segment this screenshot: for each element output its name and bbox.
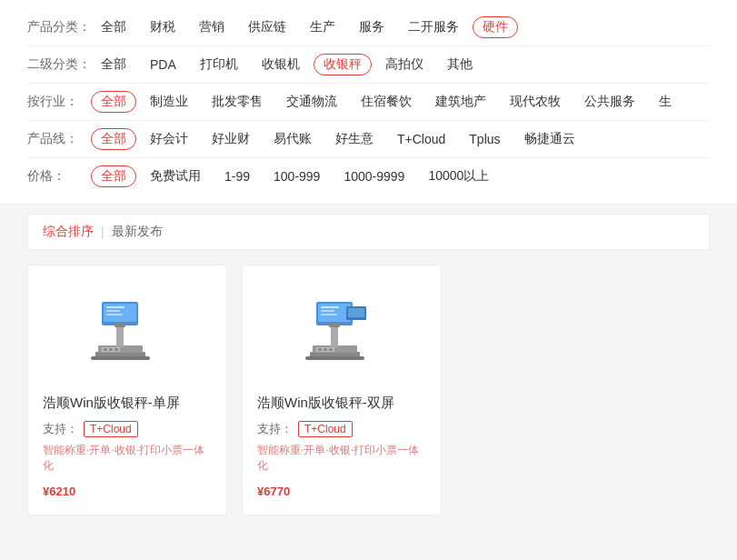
- productline-changjie[interactable]: 畅捷通云: [514, 128, 585, 150]
- subcategory-shouyincheng[interactable]: 收银秤: [314, 54, 372, 75]
- svg-rect-12: [109, 348, 113, 351]
- price-10000plus[interactable]: 10000以上: [418, 165, 499, 187]
- productline-label: 产品线：: [27, 131, 91, 147]
- sort-zhenghe[interactable]: 综合排序: [43, 224, 94, 240]
- price-1000-9999[interactable]: 1000-9999: [334, 166, 414, 186]
- svg-rect-7: [106, 310, 120, 312]
- product-card-2[interactable]: 浩顺Win版收银秤-双屏 支持： T+Cloud 智能称重·开单·收银·打印小票…: [242, 265, 442, 515]
- industry-jiaotong[interactable]: 交通物流: [276, 91, 347, 113]
- product-support-1: 支持： T+Cloud: [43, 421, 212, 437]
- svg-rect-25: [329, 324, 340, 327]
- subcategory-gaopayi[interactable]: 高拍仪: [375, 54, 433, 75]
- subcategory-label: 二级分类：: [27, 56, 91, 73]
- subcategory-all[interactable]: 全部: [91, 54, 136, 75]
- industry-items: 全部 制造业 批发零售 交通物流 住宿餐饮 建筑地产 现代农牧 公共服务 生: [91, 91, 682, 113]
- sort-bar: 综合排序 | 最新发布: [27, 214, 710, 250]
- industry-row: 按行业： 全部 制造业 批发零售 交通物流 住宿餐饮 建筑地产 现代农牧 公共服…: [27, 84, 710, 121]
- productline-tcloud[interactable]: T+Cloud: [387, 129, 455, 149]
- price-1-99[interactable]: 1-99: [214, 166, 260, 186]
- svg-rect-8: [106, 314, 123, 315]
- svg-rect-24: [348, 308, 364, 317]
- price-all[interactable]: 全部: [91, 165, 136, 187]
- product-support-2: 支持： T+Cloud: [257, 421, 426, 437]
- svg-rect-9: [115, 324, 125, 327]
- price-free[interactable]: 免费试用: [140, 165, 211, 187]
- svg-rect-22: [321, 314, 337, 315]
- productline-yidaizhang[interactable]: 易代账: [264, 128, 322, 150]
- industry-xiandai[interactable]: 现代农牧: [500, 91, 571, 113]
- subcategory-dayin[interactable]: 打印机: [190, 54, 248, 75]
- pos-machine-icon-1: [82, 293, 173, 375]
- svg-rect-27: [318, 348, 322, 351]
- category-fuwu[interactable]: 服务: [349, 16, 394, 38]
- productline-haoshengyi[interactable]: 好生意: [325, 128, 383, 150]
- sort-zuixin[interactable]: 最新发布: [112, 224, 163, 240]
- productline-items: 全部 好会计 好业财 易代账 好生意 T+Cloud Tplus 畅捷通云: [91, 128, 585, 150]
- support-label-2: 支持：: [257, 421, 293, 437]
- svg-rect-20: [321, 306, 339, 308]
- price-row: 价格： 全部 免费试用 1-99 100-999 1000-9999 10000…: [27, 158, 710, 195]
- product-price-1: ¥6210: [43, 481, 212, 500]
- subcategory-pda[interactable]: PDA: [140, 55, 186, 75]
- svg-rect-11: [104, 348, 107, 351]
- price-label: 价格：: [27, 168, 91, 185]
- product-desc-1: 智能称重·开单·收银·打印小票一体化: [43, 443, 212, 474]
- subcategory-row: 二级分类： 全部 PDA 打印机 收银机 收银秤 高拍仪 其他: [27, 46, 710, 84]
- product-price-2: ¥6770: [257, 481, 426, 500]
- category-shengchan[interactable]: 生产: [300, 16, 345, 38]
- subcategory-qita[interactable]: 其他: [437, 54, 483, 75]
- productline-haokuaiji[interactable]: 好会计: [140, 128, 198, 150]
- svg-rect-29: [329, 348, 333, 351]
- productline-all[interactable]: 全部: [91, 128, 136, 150]
- svg-rect-1: [91, 356, 150, 360]
- industry-zhusu[interactable]: 住宿餐饮: [351, 91, 422, 113]
- category-all[interactable]: 全部: [91, 16, 136, 38]
- filter-section: 产品分类： 全部 财税 营销 供应链 生产 服务 二开服务 硬件 二级分类： 全…: [0, 0, 737, 205]
- sort-divider: |: [101, 225, 105, 239]
- industry-zhizaoye[interactable]: 制造业: [140, 91, 198, 113]
- svg-rect-13: [115, 348, 118, 351]
- product-title-1: 浩顺Win版收银秤-单屏: [43, 395, 212, 412]
- products-grid: 浩顺Win版收银秤-单屏 支持： T+Cloud 智能称重·开单·收银·打印小票…: [0, 250, 737, 530]
- product-card-1[interactable]: 浩顺Win版收银秤-单屏 支持： T+Cloud 智能称重·开单·收银·打印小票…: [27, 265, 227, 515]
- support-tag-2: T+Cloud: [298, 421, 353, 437]
- price-value-1: 6210: [49, 485, 75, 498]
- svg-rect-6: [106, 306, 124, 308]
- industry-gonggong[interactable]: 公共服务: [574, 91, 645, 113]
- industry-pifa[interactable]: 批发零售: [202, 91, 273, 113]
- svg-rect-15: [305, 356, 364, 360]
- svg-rect-28: [324, 348, 327, 351]
- category-yingjian[interactable]: 硬件: [473, 16, 518, 38]
- support-tag-1: T+Cloud: [84, 421, 138, 437]
- subcategory-shouyinji[interactable]: 收银机: [252, 54, 310, 75]
- subcategory-items: 全部 PDA 打印机 收银机 收银秤 高拍仪 其他: [91, 54, 483, 75]
- pos-machine-icon-2: [296, 293, 387, 375]
- productline-haoyecai[interactable]: 好业财: [202, 128, 260, 150]
- industry-jianzhu[interactable]: 建筑地产: [425, 91, 496, 113]
- productline-tplus[interactable]: Tplus: [459, 129, 510, 149]
- category-gongyinglian[interactable]: 供应链: [238, 16, 296, 38]
- category-erkaifuwu[interactable]: 二开服务: [398, 16, 469, 38]
- industry-sheng[interactable]: 生: [649, 91, 682, 113]
- category-yingxiao[interactable]: 营销: [189, 16, 234, 38]
- industry-label: 按行业：: [27, 94, 91, 110]
- product-title-2: 浩顺Win版收银秤-双屏: [257, 395, 426, 412]
- productline-row: 产品线： 全部 好会计 好业财 易代账 好生意 T+Cloud Tplus 畅捷…: [27, 121, 710, 158]
- category-row: 产品分类： 全部 财税 营销 供应链 生产 服务 二开服务 硬件: [27, 9, 710, 46]
- category-label: 产品分类：: [27, 19, 91, 35]
- svg-rect-21: [321, 310, 334, 312]
- industry-all[interactable]: 全部: [91, 91, 136, 113]
- support-label-1: 支持：: [43, 421, 78, 437]
- category-caishui[interactable]: 财税: [140, 16, 185, 38]
- category-items: 全部 财税 营销 供应链 生产 服务 二开服务 硬件: [91, 16, 518, 38]
- product-image-2: [257, 284, 426, 384]
- price-items: 全部 免费试用 1-99 100-999 1000-9999 10000以上: [91, 165, 499, 187]
- price-100-999[interactable]: 100-999: [264, 166, 330, 186]
- product-image-1: [43, 284, 212, 384]
- price-value-2: 6770: [264, 485, 290, 498]
- product-desc-2: 智能称重·开单·收银·打印小票一体化: [257, 443, 426, 474]
